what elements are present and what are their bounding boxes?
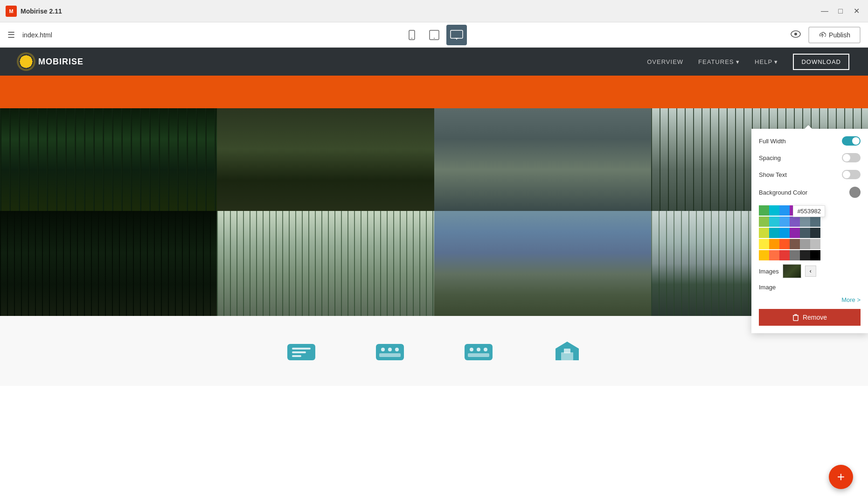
gallery-section: </> Full Width Spacing xyxy=(0,108,868,316)
palette-cell[interactable] xyxy=(810,228,820,238)
palette-cell[interactable] xyxy=(800,217,810,227)
palette-cell[interactable]: #553982 xyxy=(810,205,820,216)
palette-cell[interactable] xyxy=(759,217,769,227)
palette-cell[interactable] xyxy=(800,250,810,260)
image-thumbnail[interactable] xyxy=(783,264,801,278)
palette-cell[interactable] xyxy=(779,217,790,227)
palette-cell[interactable] xyxy=(779,250,790,260)
maximize-button[interactable]: □ xyxy=(836,7,845,15)
feature-shape-4 xyxy=(551,339,583,363)
spacing-toggle[interactable] xyxy=(842,153,861,162)
minimize-button[interactable]: — xyxy=(820,7,829,15)
cloud-upload-icon xyxy=(819,32,826,38)
gallery-cell-2[interactable] xyxy=(217,108,434,211)
mobile-view-button[interactable] xyxy=(402,25,422,45)
palette-cell[interactable] xyxy=(790,250,800,260)
tablet-view-button[interactable] xyxy=(424,25,444,45)
image-label: Image xyxy=(759,284,776,291)
more-link[interactable]: More > xyxy=(759,296,861,303)
desktop-icon xyxy=(450,30,463,40)
device-toggle-group xyxy=(402,25,467,45)
svg-point-3 xyxy=(434,38,435,39)
svg-rect-14 xyxy=(292,355,301,357)
nav-download-button[interactable]: DOWNLOAD xyxy=(793,54,849,70)
settings-panel: Full Width Spacing Show Text Background … xyxy=(751,129,868,333)
palette-cell[interactable] xyxy=(779,205,790,216)
desktop-view-button[interactable] xyxy=(446,25,467,45)
palette-cell[interactable] xyxy=(759,205,769,216)
gallery-top-row xyxy=(0,108,868,211)
full-width-label: Full Width xyxy=(759,138,786,145)
palette-cell[interactable] xyxy=(800,239,810,249)
svg-point-23 xyxy=(484,348,487,351)
app-logo-icon: M xyxy=(6,6,17,17)
gallery-cell-3[interactable] xyxy=(434,108,651,211)
svg-point-1 xyxy=(411,38,412,39)
bg-color-swatch[interactable] xyxy=(849,187,861,198)
gallery-cell-1[interactable] xyxy=(0,108,217,211)
palette-cell[interactable] xyxy=(790,228,800,238)
show-text-label: Show Text xyxy=(759,171,787,178)
svg-rect-4 xyxy=(451,30,463,38)
images-label: Images xyxy=(759,268,779,275)
palette-cell[interactable] xyxy=(769,250,779,260)
remove-button[interactable]: Remove xyxy=(759,309,861,326)
gallery-cell-5[interactable] xyxy=(0,211,217,316)
palette-cell[interactable] xyxy=(759,228,769,238)
main-toolbar: ☰ index.html xyxy=(0,22,868,48)
gallery-cell-6[interactable] xyxy=(217,211,434,316)
image-label-row: Image xyxy=(759,284,861,291)
full-width-row: Full Width xyxy=(759,136,861,146)
menu-icon[interactable]: ☰ xyxy=(7,30,15,40)
palette-row-4 xyxy=(759,250,861,260)
full-width-toggle[interactable] xyxy=(842,136,861,146)
palette-cell[interactable] xyxy=(810,239,820,249)
toolbar-right: Publish xyxy=(791,27,861,43)
palette-cell[interactable] xyxy=(810,217,820,227)
show-text-toggle[interactable] xyxy=(842,170,861,179)
svg-point-16 xyxy=(381,348,385,351)
bg-color-row: Background Color xyxy=(759,187,861,198)
site-brand: MOBIRISE xyxy=(19,54,83,69)
palette-cell[interactable] xyxy=(769,228,779,238)
palette-cell[interactable] xyxy=(769,239,779,249)
palette-cell[interactable] xyxy=(790,217,800,227)
palette-cell[interactable] xyxy=(769,205,779,216)
feature-shape-2 xyxy=(374,339,406,363)
svg-rect-13 xyxy=(292,351,306,353)
bg-color-label: Background Color xyxy=(759,189,807,196)
preview-button[interactable] xyxy=(791,29,801,40)
feature-shape-3 xyxy=(462,339,495,363)
nav-features[interactable]: FEATURES ▾ xyxy=(698,58,740,65)
svg-rect-19 xyxy=(379,353,401,357)
spacing-knob xyxy=(843,154,850,161)
palette-cell[interactable] xyxy=(759,239,769,249)
feature-icon-3 xyxy=(462,339,495,363)
palette-cell[interactable] xyxy=(779,239,790,249)
gallery-bottom-row xyxy=(0,211,868,316)
feature-icon-4 xyxy=(551,339,583,363)
window-controls: — □ ✕ xyxy=(820,7,861,15)
svg-rect-20 xyxy=(465,344,493,360)
filename-label: index.html xyxy=(22,31,52,39)
fab-add-button[interactable]: + xyxy=(829,465,853,489)
palette-cell[interactable] xyxy=(790,239,800,249)
eye-icon xyxy=(791,30,801,38)
nav-help[interactable]: HELP ▾ xyxy=(755,58,778,65)
palette-cell[interactable] xyxy=(810,250,820,260)
palette-cell[interactable] xyxy=(779,228,790,238)
palette-cell[interactable] xyxy=(759,250,769,260)
images-row: Images ‹ xyxy=(759,264,861,278)
spacing-row: Spacing xyxy=(759,153,861,162)
site-navigation: MOBIRISE OVERVIEW FEATURES ▾ HELP ▾ DOWN… xyxy=(0,48,868,76)
palette-cell[interactable] xyxy=(769,217,779,227)
svg-point-8 xyxy=(794,33,797,35)
gallery-cell-7[interactable] xyxy=(434,211,651,316)
nav-overview[interactable]: OVERVIEW xyxy=(647,58,683,65)
close-button[interactable]: ✕ xyxy=(852,7,861,15)
palette-cell[interactable] xyxy=(800,228,810,238)
images-prev-button[interactable]: ‹ xyxy=(805,266,816,277)
hex-tooltip: #553982 xyxy=(793,205,825,217)
bottom-section xyxy=(0,316,868,386)
publish-button[interactable]: Publish xyxy=(808,27,861,43)
